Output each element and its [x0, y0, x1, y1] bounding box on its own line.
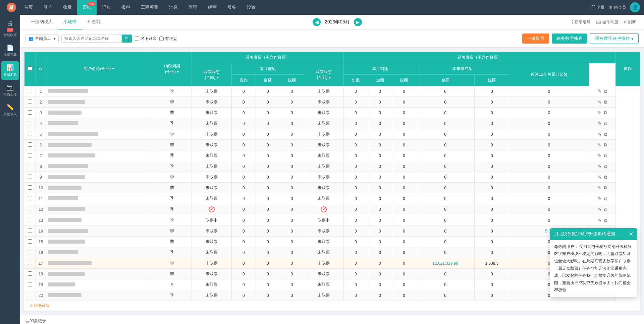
copy-btn[interactable]: ⧉	[604, 207, 607, 212]
tax-disk-checkbox[interactable]: 有税盘	[159, 36, 177, 42]
row-checkbox[interactable]	[28, 185, 32, 190]
tax-policy-link[interactable]: ⊕ 税务政策	[24, 301, 640, 311]
nav-customer[interactable]: 客户	[38, 0, 58, 15]
nav-tax[interactable]: 报税	[116, 0, 136, 15]
nav-manage[interactable]: 管理	[183, 0, 203, 15]
edit-btn[interactable]: ✎	[598, 121, 602, 126]
user-avatar[interactable]: 👤	[630, 2, 640, 12]
fullscreen-btn[interactable]: ⛶ 全屏	[591, 5, 605, 10]
nav-home[interactable]: 首页	[19, 0, 38, 15]
row-in-count: 0	[231, 150, 256, 161]
copy-btn[interactable]: ⧉	[604, 153, 607, 158]
row-checkbox[interactable]	[28, 121, 32, 125]
period-next-btn[interactable]: ▶	[354, 18, 362, 26]
row-checkbox[interactable]	[28, 239, 32, 244]
row-red-amount: 0	[416, 269, 474, 279]
row-number: 12	[36, 204, 46, 215]
nav-bookkeeping[interactable]: 记账	[97, 0, 116, 15]
copy-btn[interactable]: ⧉	[604, 217, 607, 223]
row-red-tax: 0	[475, 161, 509, 172]
row-in-amount: 0	[256, 140, 280, 150]
edit-btn[interactable]: ✎	[598, 100, 602, 105]
vip-btn[interactable]: ♛ 购会员	[609, 5, 626, 10]
tax-digital-account-ops-btn[interactable]: 税务数字账户操作 ▾	[590, 33, 639, 44]
search-input[interactable]	[61, 35, 122, 43]
copy-btn[interactable]: ⧉	[604, 185, 607, 191]
nav-message[interactable]: 消息	[164, 0, 183, 15]
copy-btn[interactable]: ⧉	[604, 174, 607, 180]
edit-btn[interactable]: ✎	[598, 110, 602, 116]
row-checkbox-cell	[24, 215, 36, 226]
tab-all-capable[interactable]: ⊕ 全能	[82, 15, 106, 29]
row-checkbox[interactable]	[28, 142, 32, 147]
one-click-ticket-btn[interactable]: 一键取票	[522, 34, 549, 44]
copy-btn[interactable]: ⧉	[604, 164, 607, 169]
row-checkbox[interactable]	[28, 175, 32, 179]
edit-btn[interactable]: ✎	[598, 218, 602, 223]
new-guide-link[interactable]: ? 新手引导	[571, 19, 591, 25]
subordinate-account-checkbox[interactable]: 名下账套	[135, 36, 157, 42]
tab-general-taxpayer[interactable]: 一般纳税人	[25, 15, 58, 29]
row-checkbox[interactable]	[28, 250, 32, 254]
tax-digital-account-btn[interactable]: 税务数字账户	[552, 34, 587, 44]
row-checkbox[interactable]	[28, 164, 32, 168]
row-checkbox[interactable]	[28, 282, 32, 286]
nav-operation[interactable]: 经营	[203, 0, 222, 15]
search-group: 🔍	[61, 35, 132, 43]
copy-btn[interactable]: ⧉	[604, 196, 607, 201]
employee-select[interactable]: 👥 全部员工 ▾	[25, 34, 59, 43]
row-in-tax: 0	[280, 193, 304, 204]
sidebar-item-invoice-entry[interactable]: ✏️ 票据录入	[1, 101, 19, 119]
nav-service[interactable]: 服务	[222, 0, 241, 15]
row-checkbox[interactable]	[28, 89, 32, 93]
row-checkbox[interactable]	[28, 196, 32, 200]
copy-btn[interactable]: ⧉	[604, 131, 607, 137]
row-checkbox[interactable]	[28, 153, 32, 157]
row-checkbox[interactable]	[28, 218, 32, 222]
manual-link[interactable]: 📖 操作手册	[596, 19, 618, 25]
copy-btn[interactable]: ⧉	[604, 121, 607, 126]
edit-btn[interactable]: ✎	[598, 207, 602, 212]
nav-settings[interactable]: 设置	[241, 0, 261, 15]
edit-btn[interactable]: ✎	[598, 164, 602, 169]
th-out-month: 本月销项	[344, 63, 416, 75]
edit-btn[interactable]: ✎	[598, 88, 602, 94]
edit-btn[interactable]: ✎	[598, 142, 602, 148]
row-out-amount: 0	[368, 215, 392, 226]
row-checkbox[interactable]	[28, 271, 32, 276]
row-out-tax: 0	[392, 108, 416, 118]
nav-business[interactable]: 工商项目	[136, 0, 164, 15]
edit-btn[interactable]: ✎	[598, 185, 602, 191]
search-button[interactable]: 🔍	[122, 35, 132, 43]
period-prev-btn[interactable]: ◀	[313, 18, 321, 26]
copy-btn[interactable]: ⧉	[604, 142, 607, 148]
sidebar-item-scan-upload[interactable]: 📷 扫描上传	[1, 81, 19, 100]
edit-btn[interactable]: ✎	[598, 153, 602, 158]
copy-btn[interactable]: ⧉	[604, 110, 607, 116]
sidebar-item-invoice-summary[interactable]: 📊 票据汇总	[1, 61, 19, 80]
copy-btn[interactable]: ⧉	[604, 99, 607, 105]
subordinate-checkbox-input[interactable]	[135, 37, 139, 41]
row-out-tax: 0	[392, 118, 416, 129]
row-checkbox[interactable]	[28, 110, 32, 115]
row-checkbox[interactable]	[28, 261, 32, 265]
tab-small-scale[interactable]: 小规模	[58, 15, 82, 29]
nav-invoice[interactable]: 票据 new	[77, 0, 97, 15]
row-checkbox[interactable]	[28, 100, 32, 104]
edit-btn[interactable]: ✎	[598, 175, 602, 180]
row-checkbox[interactable]	[28, 229, 32, 233]
row-checkbox[interactable]	[28, 293, 32, 297]
tax-disk-checkbox-input[interactable]	[159, 37, 164, 41]
edit-btn[interactable]: ✎	[598, 196, 602, 201]
out-status-cell: 未取票	[304, 140, 344, 150]
row-checkbox[interactable]	[28, 132, 32, 136]
edit-btn[interactable]: ✎	[598, 132, 602, 137]
sidebar-item-invoice-open[interactable]: 📄 发票开具	[1, 42, 19, 60]
nav-fee[interactable]: 收费	[58, 0, 77, 15]
row-checkbox[interactable]	[28, 207, 32, 211]
refresh-link[interactable]: ↺ 刷新	[624, 19, 636, 25]
notification-close-btn[interactable]: ✕	[629, 231, 633, 237]
copy-btn[interactable]: ⧉	[604, 88, 607, 94]
sidebar-item-smart-ticket[interactable]: 🖨 new 智能取票	[1, 17, 19, 40]
select-all-checkbox[interactable]	[28, 66, 32, 71]
